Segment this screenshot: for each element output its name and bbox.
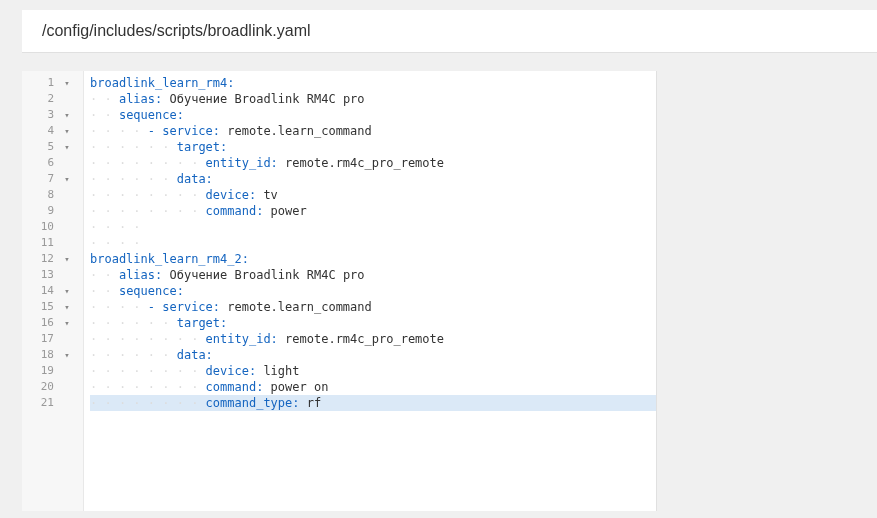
indent-guides: · · · · · ·	[90, 172, 177, 186]
indent-guides: · ·	[90, 268, 119, 282]
gutter-line: 3▾	[22, 107, 83, 123]
indent-guides: · · · ·	[90, 220, 148, 234]
gutter-line: 21	[22, 395, 83, 411]
gutter-line: 7▾	[22, 171, 83, 187]
code-line[interactable]: · · · · - service: remote.learn_command	[90, 299, 656, 315]
code-line[interactable]: · · · ·	[90, 235, 656, 251]
yaml-key: target:	[177, 140, 228, 154]
yaml-value: power	[263, 204, 306, 218]
code-line[interactable]: · · · · · · target:	[90, 139, 656, 155]
fold-marker-icon[interactable]: ▾	[60, 315, 74, 331]
code-line[interactable]: · · · · · · · · device: light	[90, 363, 656, 379]
fold-marker-icon	[60, 187, 74, 203]
line-number: 7	[22, 171, 60, 187]
line-number: 3	[22, 107, 60, 123]
yaml-value: remote.rm4c_pro_remote	[278, 156, 444, 170]
gutter-line: 19	[22, 363, 83, 379]
gutter-line: 11	[22, 235, 83, 251]
code-line[interactable]: · · · ·	[90, 219, 656, 235]
indent-guides: · · · · · · · ·	[90, 364, 206, 378]
fold-marker-icon[interactable]: ▾	[60, 299, 74, 315]
code-line[interactable]: · · sequence:	[90, 283, 656, 299]
fold-marker-icon[interactable]: ▾	[60, 251, 74, 267]
line-number: 4	[22, 123, 60, 139]
code-line[interactable]: · · · · · · · · command: power	[90, 203, 656, 219]
yaml-key: device:	[206, 364, 257, 378]
yaml-key: command_type:	[206, 396, 300, 410]
indent-guides: · ·	[90, 284, 119, 298]
fold-marker-icon[interactable]: ▾	[60, 347, 74, 363]
code-line[interactable]: · · · · · · · · entity_id: remote.rm4c_p…	[90, 331, 656, 347]
line-number: 1	[22, 75, 60, 91]
yaml-key: command:	[206, 204, 264, 218]
line-number: 15	[22, 299, 60, 315]
line-number: 19	[22, 363, 60, 379]
code-line[interactable]: · · sequence:	[90, 107, 656, 123]
indent-guides: · · · · · ·	[90, 316, 177, 330]
fold-marker-icon[interactable]: ▾	[60, 283, 74, 299]
line-number: 20	[22, 379, 60, 395]
yaml-value: tv	[256, 188, 278, 202]
indent-guides: · · · · · · · ·	[90, 204, 206, 218]
gutter-line: 6	[22, 155, 83, 171]
code-line[interactable]: · · · · · · · · device: tv	[90, 187, 656, 203]
yaml-key: sequence:	[119, 108, 184, 122]
yaml-key: data:	[177, 348, 213, 362]
gutter-line: 8	[22, 187, 83, 203]
code-line[interactable]: · · alias: Обучение Broadlink RM4C pro	[90, 91, 656, 107]
yaml-key: alias:	[119, 268, 162, 282]
code-line[interactable]: broadlink_learn_rm4:	[90, 75, 656, 91]
line-number: 6	[22, 155, 60, 171]
yaml-value: remote.rm4c_pro_remote	[278, 332, 444, 346]
gutter-line: 9	[22, 203, 83, 219]
gutter-line: 17	[22, 331, 83, 347]
gutter-line: 15▾	[22, 299, 83, 315]
fold-marker-icon[interactable]: ▾	[60, 123, 74, 139]
yaml-key: data:	[177, 172, 213, 186]
indent-guides: · · · · · · · ·	[90, 380, 206, 394]
line-number: 21	[22, 395, 60, 411]
gutter-line: 10	[22, 219, 83, 235]
line-number: 2	[22, 91, 60, 107]
yaml-value: Обучение Broadlink RM4C pro	[162, 268, 364, 282]
fold-marker-icon[interactable]: ▾	[60, 171, 74, 187]
gutter-line: 2	[22, 91, 83, 107]
fold-marker-icon	[60, 203, 74, 219]
line-number: 8	[22, 187, 60, 203]
yaml-key: alias:	[119, 92, 162, 106]
gutter-line: 16▾	[22, 315, 83, 331]
line-number: 12	[22, 251, 60, 267]
code-line[interactable]: · · · · · · · · command: power on	[90, 379, 656, 395]
code-area[interactable]: broadlink_learn_rm4:· · alias: Обучение …	[84, 71, 656, 511]
code-editor[interactable]: 1▾23▾4▾5▾67▾89101112▾1314▾15▾16▾1718▾192…	[22, 71, 657, 511]
indent-guides: · · · · · ·	[90, 140, 177, 154]
yaml-key: broadlink_learn_rm4:	[90, 76, 235, 90]
indent-guides: · · · ·	[90, 300, 148, 314]
line-number: 5	[22, 139, 60, 155]
gutter-line: 14▾	[22, 283, 83, 299]
gutter-line: 20	[22, 379, 83, 395]
line-number: 13	[22, 267, 60, 283]
code-line[interactable]: broadlink_learn_rm4_2:	[90, 251, 656, 267]
code-line[interactable]: · · · · · · target:	[90, 315, 656, 331]
code-line[interactable]: · · · · - service: remote.learn_command	[90, 123, 656, 139]
fold-marker-icon[interactable]: ▾	[60, 75, 74, 91]
code-line[interactable]: · · · · · · data:	[90, 347, 656, 363]
indent-guides: · · · ·	[90, 124, 148, 138]
line-gutter: 1▾23▾4▾5▾67▾89101112▾1314▾15▾16▾1718▾192…	[22, 71, 84, 511]
line-number: 14	[22, 283, 60, 299]
code-line[interactable]: · · · · · · · · command_type: rf	[90, 395, 656, 411]
fold-marker-icon[interactable]: ▾	[60, 139, 74, 155]
line-number: 16	[22, 315, 60, 331]
line-number: 9	[22, 203, 60, 219]
line-number: 18	[22, 347, 60, 363]
code-line[interactable]: · · · · · · · · entity_id: remote.rm4c_p…	[90, 155, 656, 171]
indent-guides: · ·	[90, 108, 119, 122]
indent-guides: · · · · · · · ·	[90, 188, 206, 202]
fold-marker-icon[interactable]: ▾	[60, 107, 74, 123]
yaml-key: device:	[206, 188, 257, 202]
yaml-key: service:	[162, 300, 220, 314]
code-line[interactable]: · · alias: Обучение Broadlink RM4C pro	[90, 267, 656, 283]
code-line[interactable]: · · · · · · data:	[90, 171, 656, 187]
yaml-value: Обучение Broadlink RM4C pro	[162, 92, 364, 106]
